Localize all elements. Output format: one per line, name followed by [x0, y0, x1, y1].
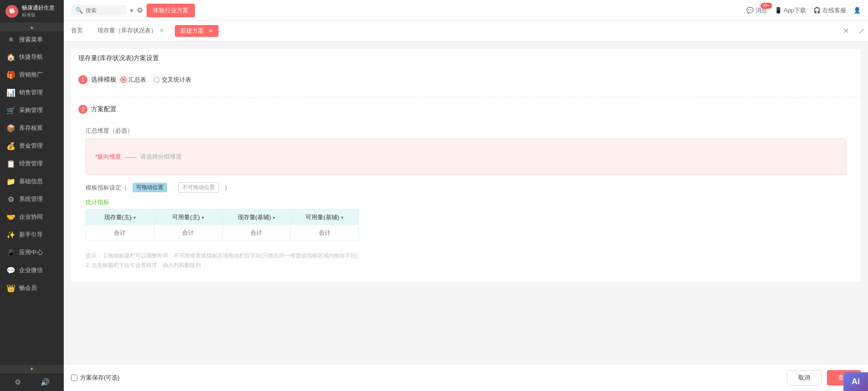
purchase-icon: 🛒: [6, 106, 15, 115]
sidebar-scroll-up[interactable]: ▲: [0, 23, 64, 31]
save-option: 方案保存(可选): [71, 374, 120, 382]
tabbar: 首页 现存量（库存状况表） ✕ 新建方案 ✕ ✕ ⤢: [64, 21, 868, 41]
tab-new-scheme[interactable]: 新建方案 ✕: [175, 25, 219, 37]
col-header-3[interactable]: 可用量(基辅) ▾: [291, 210, 358, 225]
sidebar-item-wechat[interactable]: 💬 企业微信: [0, 262, 64, 279]
col-header-0[interactable]: 现存量(主) ▾: [86, 210, 154, 225]
sidebar-item-label: 快捷导航: [19, 53, 43, 61]
tab-inventory-status[interactable]: 现存量（库存状况表） ✕: [90, 21, 171, 41]
search-input[interactable]: [86, 7, 122, 14]
tab-home-label: 首页: [71, 26, 83, 35]
tab-inventory-close-icon[interactable]: ✕: [159, 27, 164, 34]
user-avatar[interactable]: 👤: [853, 7, 861, 14]
sidebar-item-label: 资金管理: [19, 142, 43, 150]
page-title: 现存量(库存状况表)方案设置: [71, 49, 861, 68]
cell-0: 合计: [86, 225, 154, 241]
sidebar-item-label: 新手引导: [19, 231, 43, 239]
step2-label: 方案配置: [91, 105, 117, 113]
main-content: 🔍 ▾ ⚙ 体验行业方案 💬 消息 99+ 📱 App下载 🎧 在线客服 👤: [64, 0, 868, 391]
tip2-text: 2. 点击标题栏下拉可设置排序、插入列和删除列: [86, 262, 846, 269]
indicator-suffix-text: ）: [225, 184, 230, 192]
sidebar-item-basic-info[interactable]: 📁 基础信息: [0, 173, 64, 190]
radio-cross-label: 交叉统计表: [162, 76, 191, 84]
indicator-movable-badge: 可拖动位置: [133, 183, 167, 192]
cell-value-3: 合计: [319, 229, 331, 237]
topbar-right: 💬 消息 99+ 📱 App下载 🎧 在线客服 👤: [746, 6, 861, 15]
settings-icon[interactable]: ⚙: [15, 378, 21, 386]
tab-home[interactable]: 首页: [64, 21, 90, 41]
sidebar-item-members[interactable]: 👑 畅会员: [0, 279, 64, 297]
sidebar-item-operations[interactable]: 📋 经营管理: [0, 155, 64, 173]
config-section: 汇总维度（必选） *纵向维度 —— 请选择分组维度 模板指标设定（ 可拖动位置 …: [78, 119, 853, 248]
tab-expand-icon[interactable]: ⤢: [855, 27, 868, 36]
sidebar-item-app-center[interactable]: 📱 应用中心: [0, 244, 64, 262]
tab-new-close-icon[interactable]: ✕: [209, 28, 213, 34]
step1-number: 1: [78, 75, 87, 84]
radio-summary[interactable]: 汇总表: [120, 76, 146, 84]
sidebar-footer: ⚙ 🔊: [0, 373, 64, 391]
col-header-1[interactable]: 可用量(主) ▾: [154, 210, 223, 225]
speaker-icon[interactable]: 🔊: [41, 378, 50, 386]
footer-bar: 方案保存(可选) 取消 查询: [64, 364, 868, 391]
radio-summary-label: 汇总表: [128, 76, 146, 84]
sidebar-item-quick-nav[interactable]: 🏠 快捷导航: [0, 48, 64, 66]
col-label-2: 现存量(基辅): [238, 213, 271, 221]
stats-table-header: 现存量(主) ▾ 可用量(主) ▾ 现存量(基辅) ▾: [86, 210, 358, 225]
sidebar-item-finance[interactable]: 💰 资金管理: [0, 137, 64, 155]
tips-section: 提示： 1.拖动标题栏可以调整布局，不可跨维度或指标区域拖动栏目字段(只能在同一…: [78, 248, 853, 275]
wechat-icon: 💬: [6, 266, 15, 275]
sidebar-item-marketing[interactable]: 🎁 营销推广: [0, 66, 64, 84]
messages-button[interactable]: 💬 消息 99+: [746, 6, 767, 15]
search-box[interactable]: 🔍: [71, 5, 127, 15]
dimension-dash: ——: [125, 154, 137, 160]
ai-label: Ai: [852, 377, 860, 386]
sidebar-nav: ≡ 搜索菜单 🏠 快捷导航 🎁 营销推广 📊 销售管理 🛒 采购管理 📦 库存核…: [0, 31, 64, 365]
gear-icon[interactable]: ⚙: [137, 6, 143, 15]
radio-cross[interactable]: 交叉统计表: [153, 76, 191, 84]
tab-new-label: 新建方案: [180, 27, 204, 35]
sidebar: 畅 畅康通好生意 标准版 ▲ ≡ 搜索菜单 🏠 快捷导航 🎁 营销推广 📊 销售…: [0, 0, 64, 391]
quick-nav-icon: 🏠: [6, 53, 15, 62]
cancel-button[interactable]: 取消: [787, 370, 822, 386]
sidebar-logo: 畅 畅康通好生意 标准版: [0, 0, 64, 23]
sidebar-item-sales[interactable]: 📊 销售管理: [0, 84, 64, 102]
col-label-1: 可用量(主): [172, 213, 200, 221]
logo-subtitle: 标准版: [22, 12, 55, 18]
ai-badge[interactable]: Ai: [843, 372, 868, 391]
new-guide-icon: ✨: [6, 231, 15, 239]
col-chevron-3: ▾: [341, 215, 343, 220]
col-header-2[interactable]: 现存量(基辅) ▾: [223, 210, 291, 225]
search-menu-icon: ≡: [6, 36, 15, 44]
step1-block: 1 选择模板 汇总表 交叉统计表: [71, 68, 861, 98]
marketing-icon: 🎁: [6, 71, 15, 79]
dimension-box[interactable]: *纵向维度 —— 请选择分组维度: [86, 139, 846, 175]
sidebar-scroll-down[interactable]: ▼: [0, 365, 64, 373]
sidebar-item-label: 企业协同: [19, 213, 43, 221]
sidebar-item-label: 基础信息: [19, 177, 43, 185]
sidebar-item-search-menu[interactable]: ≡ 搜索菜单: [0, 31, 64, 48]
sidebar-item-new-guide[interactable]: ✨ 新手引导: [0, 226, 64, 244]
save-checkbox[interactable]: [71, 375, 77, 381]
stats-table-body: 合计 合计 合计 合计: [86, 225, 358, 241]
sidebar-item-system[interactable]: ⚙ 系统管理: [0, 190, 64, 208]
sidebar-item-label: 搜索菜单: [19, 36, 43, 44]
logo-icon: 畅: [5, 5, 18, 18]
app-download-button[interactable]: 📱 App下载: [775, 6, 806, 15]
tip1-text: 1.拖动标题栏可以调整布局，不可跨维度或指标区域拖动栏目字段(只能在同一维度或指…: [103, 252, 357, 259]
tab-close-panel-icon[interactable]: ✕: [837, 26, 855, 36]
sidebar-item-enterprise[interactable]: 🤝 企业协同: [0, 208, 64, 226]
trial-button[interactable]: 体验行业方案: [147, 4, 195, 17]
col-label-0: 现存量(主): [104, 213, 132, 221]
sidebar-item-label: 企业微信: [19, 266, 43, 274]
dropdown-chevron-icon[interactable]: ▾: [130, 7, 133, 14]
online-service-button[interactable]: 🎧 在线客服: [813, 6, 846, 15]
sidebar-item-label: 库存核算: [19, 124, 43, 132]
sidebar-item-label: 采购管理: [19, 106, 43, 114]
sidebar-item-purchase[interactable]: 🛒 采购管理: [0, 102, 64, 119]
radio-summary-dot: [120, 77, 127, 83]
sales-icon: 📊: [6, 88, 15, 97]
cell-value-1: 合计: [182, 229, 194, 237]
settings-panel: 现存量(库存状况表)方案设置 1 选择模板 汇总表 交叉统计表: [71, 49, 861, 283]
sidebar-item-inventory[interactable]: 📦 库存核算: [0, 119, 64, 137]
step1-label: 选择模板: [91, 76, 117, 84]
